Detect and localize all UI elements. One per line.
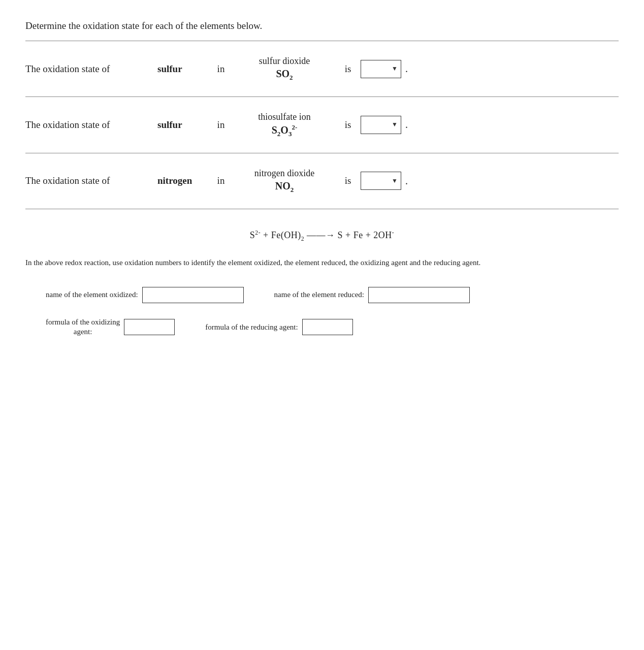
redox-section: S2- + Fe(OH)2 ——→ S + Fe + 2OH- In the a… (25, 230, 619, 337)
q2-element: sulfur (157, 119, 208, 131)
q3-is: is (335, 175, 361, 186)
q1-compound-formula: SO2 (234, 67, 335, 82)
redox-input-reducing-agent[interactable] (302, 319, 353, 335)
redox-row-1: name of the element oxidized: name of th… (46, 287, 619, 303)
redox-field-oxidizing-agent: formula of the oxidizing agent: (46, 317, 175, 337)
redox-label-reduced: name of the element reduced: (274, 290, 364, 299)
redox-field-reduced: name of the element reduced: (274, 287, 470, 303)
redox-description: In the above redox reaction, use oxidati… (25, 257, 619, 269)
q3-phrase: The oxidation state of (25, 175, 157, 186)
q1-dropdown-arrow: ▼ (392, 65, 398, 73)
redox-equation: S2- + Fe(OH)2 ——→ S + Fe + 2OH- (25, 230, 619, 242)
redox-input-reduced[interactable] (368, 287, 470, 303)
question-row-1: The oxidation state of sulfur in sulfur … (25, 41, 619, 97)
q2-period: . (405, 119, 408, 131)
q1-compound: sulfur dioxide SO2 (234, 55, 335, 82)
q3-period: . (405, 175, 408, 187)
redox-field-reducing-agent: formula of the reducing agent: (205, 319, 352, 335)
q1-is: is (335, 63, 361, 75)
q2-answer-area: ▼ . (361, 116, 408, 134)
q1-period: . (405, 63, 408, 75)
q1-compound-name: sulfur dioxide (234, 55, 335, 67)
q3-compound-name: nitrogen dioxide (234, 168, 335, 179)
redox-label-oxidized: name of the element oxidized: (46, 290, 138, 299)
q2-dropdown[interactable]: ▼ (361, 116, 401, 134)
q2-compound-formula: S2O32- (234, 123, 335, 139)
q2-compound-name: thiosulfate ion (234, 111, 335, 123)
q2-in: in (208, 119, 234, 131)
q3-compound-formula: NO2 (234, 179, 335, 194)
redox-input-oxidizing-agent[interactable] (124, 319, 175, 335)
redox-label-reducing-agent: formula of the reducing agent: (205, 323, 298, 332)
q1-phrase: The oxidation state of (25, 63, 157, 75)
q3-answer-area: ▼ . (361, 172, 408, 190)
q2-phrase: The oxidation state of (25, 119, 157, 131)
q2-compound: thiosulfate ion S2O32- (234, 111, 335, 138)
question-row-2: The oxidation state of sulfur in thiosul… (25, 97, 619, 153)
q3-in: in (208, 175, 234, 186)
q1-in: in (208, 63, 234, 75)
redox-input-oxidized[interactable] (142, 287, 244, 303)
questions-section: The oxidation state of sulfur in sulfur … (25, 41, 619, 209)
q3-compound: nitrogen dioxide NO2 (234, 168, 335, 194)
instructions-text: Determine the oxidation state for each o… (25, 20, 619, 31)
question-row-3: The oxidation state of nitrogen in nitro… (25, 153, 619, 209)
q2-dropdown-arrow: ▼ (392, 121, 398, 128)
redox-row-2: formula of the oxidizing agent: formula … (46, 317, 619, 337)
q1-dropdown[interactable]: ▼ (361, 60, 401, 78)
q1-answer-area: ▼ . (361, 60, 408, 78)
redox-label-oxidizing-agent: formula of the oxidizing agent: (46, 317, 120, 337)
redox-inputs: name of the element oxidized: name of th… (25, 287, 619, 337)
q1-dropdown-underline (379, 64, 392, 74)
redox-field-oxidized: name of the element oxidized: (46, 287, 244, 303)
q2-is: is (335, 119, 361, 131)
q1-element: sulfur (157, 63, 208, 75)
q2-dropdown-underline (379, 120, 392, 129)
q3-element: nitrogen (157, 175, 208, 186)
q3-dropdown-arrow: ▼ (392, 177, 398, 185)
q3-dropdown-underline (379, 176, 392, 185)
q3-dropdown[interactable]: ▼ (361, 172, 401, 190)
